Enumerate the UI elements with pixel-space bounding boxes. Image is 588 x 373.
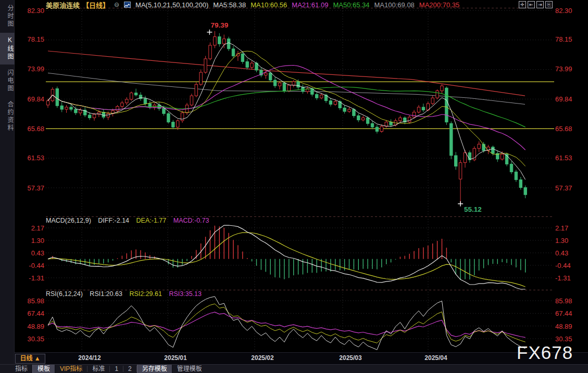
toolbar-standard-button[interactable]: 标准 [87, 365, 109, 373]
macd-axis-label: -1.31 [16, 274, 44, 282]
price-axis-label: 69.84 [555, 95, 586, 103]
period-tag: 【日线】 [82, 0, 109, 10]
chart-header: 美原油连续 【日线】 ⊖ MA(5,10,21,50,100,200) MA5:… [46, 1, 464, 9]
toolbar-vip-indicators-button[interactable]: VIP指标 [55, 365, 87, 373]
date-axis-label: 2025/03 [332, 354, 369, 362]
move-crosshair-icon[interactable]: ✛ [519, 1, 526, 8]
sidebar-item-contract-info[interactable]: 合约资料 [0, 97, 15, 136]
trading-app-window: 分时图 K线图 闪电图 合约资料 美原油连续 【日线】 ⊖ MA(5,10,21… [0, 0, 588, 373]
macd-axis-label: 1.30 [555, 237, 586, 245]
ma21-value: MA21:61.09 [292, 1, 328, 9]
ma-settings-label: MA(5,10,21,50,100,200) [135, 1, 208, 9]
macd-axis-label: 0.43 [555, 249, 586, 257]
macd-axis-label: 2.17 [16, 224, 44, 232]
price-axis-label: 82.30 [555, 7, 586, 15]
candles-group [46, 31, 527, 204]
ma-chart-icon[interactable] [124, 2, 131, 8]
price-axis-label: 65.68 [555, 125, 586, 133]
rsi-axis-label: 85.98 [16, 297, 44, 305]
rsi1-value: RSI1:20.63 [90, 290, 122, 298]
price-axis-label: 73.99 [555, 65, 586, 73]
symbol-title: 美原油连续 [46, 0, 80, 10]
price-axis-label: 82.30 [16, 7, 44, 15]
ma5-line [48, 43, 526, 179]
axis-scale-right-icon[interactable]: ⇥ [536, 1, 544, 8]
macd-diff-value: DIFF:-2.14 [98, 217, 129, 224]
ma10-line [48, 51, 526, 166]
toolbar-template-button[interactable]: 模板 [32, 365, 55, 373]
macd-panel-header: MACD(26,12,9) DIFF:-2.14 DEA:-1.77 MACD:… [46, 217, 215, 224]
macd-dea-value: DEA:-1.77 [136, 217, 167, 224]
chart-type-sidebar: 分时图 K线图 闪电图 合约资料 [0, 0, 15, 373]
rsi-axis-label: 67.44 [16, 310, 44, 317]
macd-axis-label: 2.17 [555, 224, 586, 232]
high-annotation: 79.39 [210, 21, 228, 29]
price-axis-label: 57.37 [16, 184, 44, 192]
toolbar-slot1-button[interactable]: 1 [110, 365, 123, 373]
price-axis-label: 57.37 [555, 184, 586, 192]
macd-value: MACD:-0.73 [173, 217, 209, 224]
rsi-panel-header: RSI(6,12,24) RSI1:20.63 RSI2:29.61 RSI3:… [46, 290, 207, 298]
macd-diff-line [48, 225, 526, 289]
sidebar-item-kline-chart[interactable]: K线图 [0, 33, 15, 65]
date-axis-label: 2025/04 [418, 354, 454, 362]
fx678-watermark: FX678 [517, 342, 584, 363]
rsi2-line [48, 304, 526, 343]
ma200-line [48, 51, 525, 96]
price-axis-label: 73.99 [16, 65, 44, 73]
macd-histogram-group [48, 226, 526, 280]
ma100-value: MA100:69.08 [374, 1, 415, 9]
ma50-line [48, 87, 526, 127]
toolbar-slot2-button[interactable]: 2 [123, 365, 136, 373]
toolbar-indicators-button[interactable]: 指标 [10, 365, 32, 373]
chart-toolbox: ✛ ⇤ ⇥ ⎘ [519, 1, 553, 8]
rsi-axis-label: 30.35 [555, 335, 586, 343]
sidebar-item-lightning-chart[interactable]: 闪电图 [0, 66, 15, 96]
macd-axis-label: -0.44 [555, 262, 586, 269]
macd-axis-label: -1.31 [555, 274, 586, 282]
ma100-line [48, 73, 525, 104]
price-axis-label: 78.15 [16, 35, 44, 43]
date-axis-label: 2025/01 [157, 354, 194, 362]
price-axis-label: 78.15 [555, 35, 586, 43]
period-selector[interactable]: 日线 ▲ [15, 354, 45, 364]
price-axis-label: 65.68 [16, 125, 44, 133]
bottom-toolbar: 指标 模板 VIP指标 标准 1 2 另存模板 管理模板 [0, 364, 588, 373]
pop-out-icon[interactable]: ⎘ [545, 1, 553, 8]
date-axis-label: 2024/12 [71, 354, 108, 362]
macd-axis-label: 1.30 [16, 237, 44, 245]
sidebar-item-timeshare-chart[interactable]: 分时图 [0, 1, 15, 32]
rsi-title: RSI(6,12,24) [46, 290, 83, 298]
rsi-axis-label: 67.44 [555, 310, 586, 317]
low-annotation: 55.12 [464, 205, 482, 213]
price-axis-label: 69.84 [16, 95, 44, 103]
rsi2-value: RSI2:29.61 [129, 290, 162, 298]
ma5-value: MA5:58.38 [213, 1, 246, 9]
price-axis-label: 61.53 [555, 154, 586, 162]
axis-scale-left-icon[interactable]: ⇤ [528, 1, 535, 8]
rsi-axis-label: 48.89 [16, 323, 44, 330]
price-chart-canvas[interactable]: 79.3955.12 [0, 0, 588, 373]
ma10-value: MA10:60.56 [251, 1, 287, 9]
collapse-icon[interactable]: ⊖ [114, 1, 119, 8]
toolbar-manage-template-button[interactable]: 管理模板 [172, 365, 207, 373]
rsi3-value: RSI3:35.13 [169, 290, 202, 298]
macd-axis-label: -0.44 [16, 262, 44, 269]
macd-axis-label: 0.43 [16, 249, 44, 257]
macd-dea-line [48, 233, 526, 287]
ma200-value: MA200:70.35 [419, 1, 459, 9]
ma50-value: MA50:65.34 [333, 1, 369, 9]
date-axis-label: 2025/02 [244, 354, 281, 362]
toolbar-save-template-button[interactable]: 另存模板 [137, 365, 172, 373]
macd-title: MACD(26,12,9) [46, 217, 91, 224]
rsi-axis-label: 85.98 [555, 297, 586, 305]
price-axis-label: 61.53 [16, 154, 44, 162]
rsi-axis-label: 48.89 [555, 323, 586, 330]
ma21-line [48, 66, 526, 150]
rsi-axis-label: 30.35 [16, 335, 44, 343]
